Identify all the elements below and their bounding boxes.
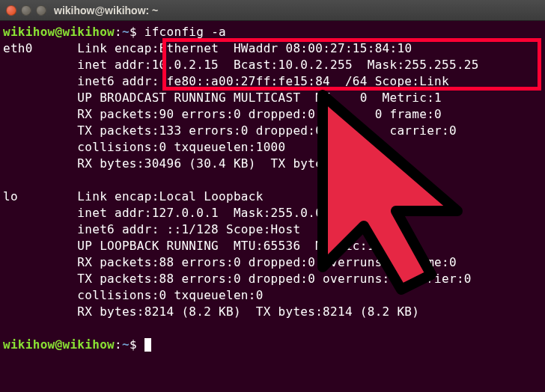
prompt-path: ~	[122, 337, 130, 352]
lo-line-1: lo Link encap:Local Loopback	[3, 189, 542, 205]
eth0-line-1: eth0 Link encap:Ethernet HWaddr 08:00:27…	[3, 40, 542, 57]
prompt-userhost: wikihow@wikihow	[3, 337, 115, 352]
eth0-line-3: inet6 addr: fe80::a00:27ff:fe15:84 /64 S…	[3, 73, 542, 90]
typed-command: ifconfig -a	[144, 25, 226, 39]
lo-line-7: collisions:0 txqueuelen:0	[3, 287, 542, 304]
window-titlebar: wikihow@wikihow: ~	[0, 0, 545, 21]
eth0-line-4: UP BROADCAST RUNNING MULTICAST MT 0 Metr…	[3, 90, 542, 106]
terminal-output[interactable]: wikihow@wikihow:~$ ifconfig -aeth0 Link …	[0, 21, 545, 392]
eth0-line-2: inet addr:10.0.2.15 Bcast:10.0.2.255 Mas…	[3, 57, 542, 73]
prompt-userhost: wikihow@wikihow	[3, 25, 115, 39]
maximize-icon[interactable]	[36, 5, 46, 16]
terminal-cursor	[144, 338, 151, 352]
lo-line-5: RX packets:88 errors:0 dropped:0 overrun…	[3, 254, 542, 271]
eth0-line-6: TX packets:133 errors:0 dropped:0 o carr…	[3, 123, 542, 139]
window-buttons	[6, 5, 46, 16]
eth0-line-8: RX bytes:30496 (30.4 KB) TX bytes:	[3, 156, 542, 172]
close-icon[interactable]	[6, 5, 16, 16]
minimize-icon[interactable]	[21, 5, 31, 16]
lo-line-3: inet6 addr: ::1/128 Scope:Host	[3, 221, 542, 238]
lo-line-2: inet addr:127.0.0.1 Mask:255.0.0.0	[3, 205, 542, 221]
lo-line-6: TX packets:88 errors:0 dropped:0 overrun…	[3, 271, 542, 287]
lo-line-8: RX bytes:8214 (8.2 KB) TX bytes:8214 (8.…	[3, 304, 542, 320]
command-line: wikihow@wikihow:~$ ifconfig -a	[3, 24, 542, 40]
blank-line-2	[3, 320, 542, 337]
blank-line	[3, 172, 542, 189]
prompt-symbol: $	[130, 337, 137, 352]
prompt-path: ~	[122, 25, 130, 39]
window-title: wikihow@wikihow: ~	[54, 4, 158, 16]
eth0-line-7: collisions:0 txqueuelen:1000	[3, 139, 542, 156]
prompt-symbol: $	[130, 25, 137, 39]
prompt-line-2: wikihow@wikihow:~$	[3, 337, 542, 353]
lo-line-4: UP LOOPBACK RUNNING MTU:65536 Metric:1	[3, 238, 542, 254]
eth0-line-5: RX packets:90 errors:0 dropped:0 ov 0 fr…	[3, 106, 542, 123]
